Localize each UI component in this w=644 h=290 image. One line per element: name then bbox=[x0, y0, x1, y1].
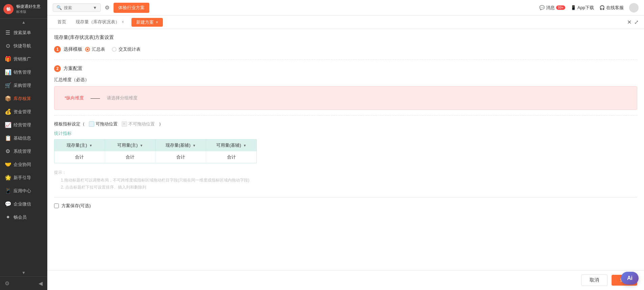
radio-cross-dot bbox=[112, 47, 117, 52]
tab-home[interactable]: 首页 bbox=[53, 16, 71, 29]
sidebar-item-label: 新手引导 bbox=[14, 175, 31, 181]
tip-item-0: 1.拖动标题栏可以调整布局，不可跨维度或指标区域拖动栏目字段(只能在同一维度或指… bbox=[54, 177, 637, 183]
sidebar-item-basic-info[interactable]: 📋 基础信息 bbox=[0, 131, 47, 145]
dimension-arrow: —— bbox=[91, 95, 100, 101]
topbar: 🔍 ▼ ⚙ 体验行业方案 💬 消息 99+ 📱 App下载 🎧 在线客服 bbox=[47, 0, 644, 16]
col-data-2: 合计 bbox=[156, 151, 206, 163]
service-label: 在线客服 bbox=[606, 5, 624, 11]
panel-close-icon[interactable]: ✕ bbox=[627, 19, 631, 25]
sidebar-item-app-center[interactable]: 📱 应用中心 bbox=[0, 184, 47, 197]
search-dropdown-icon[interactable]: ▼ bbox=[93, 5, 97, 10]
wechat-icon: 💬 bbox=[5, 201, 11, 207]
sidebar-scroll-up[interactable]: ▲ bbox=[0, 19, 47, 26]
content-inner: 现存量(库存状况表)方案设置 1 选择模板 汇总表 交叉统计表 bbox=[47, 29, 644, 270]
collapse-icon[interactable]: ◀ bbox=[39, 280, 43, 287]
step1-title: 选择模板 bbox=[64, 46, 82, 52]
sidebar-item-new-guide[interactable]: 🌟 新手引导 bbox=[0, 171, 47, 184]
search-menu-icon: ☰ bbox=[5, 29, 11, 36]
tab-new-close-icon[interactable]: × bbox=[156, 20, 158, 25]
tab-inventory[interactable]: 现存量（库存状况表） × bbox=[71, 16, 129, 29]
settings-icon[interactable]: ⚙ bbox=[5, 280, 9, 287]
industry-plan-button[interactable]: 体验行业方案 bbox=[114, 3, 149, 13]
close-paren: ） bbox=[159, 121, 163, 127]
radio-summary[interactable]: 汇总表 bbox=[85, 46, 105, 52]
col-header-2[interactable]: 现存量(基辅) ▼ bbox=[156, 140, 206, 151]
sidebar-item-label: 系统管理 bbox=[14, 148, 31, 154]
sidebar-item-marketing[interactable]: 🎁 营销推广 bbox=[0, 52, 47, 66]
col-header-3[interactable]: 可用量(基辅) ▼ bbox=[206, 140, 256, 151]
sidebar-item-label: 经营管理 bbox=[14, 122, 31, 128]
sidebar-item-vip[interactable]: ✦ 畅会员 bbox=[0, 211, 47, 224]
col-header-2-chevron[interactable]: ▼ bbox=[193, 144, 196, 147]
metrics-label-text: 模板指标设定（ bbox=[54, 121, 85, 127]
draggable-label: 可拖动位置 bbox=[96, 121, 118, 127]
sidebar-item-coop[interactable]: 🤝 企业协同 bbox=[0, 158, 47, 171]
sidebar-item-system[interactable]: ⚙ 系统管理 bbox=[0, 145, 47, 158]
dimension-required-text: *纵向维度 bbox=[65, 95, 84, 101]
message-label: 消息 bbox=[546, 5, 555, 11]
sidebar-scroll-down[interactable]: ▼ bbox=[0, 269, 47, 276]
sidebar-item-wechat[interactable]: 💬 企业微信 bbox=[0, 197, 47, 211]
col-header-1[interactable]: 可用量(主) ▼ bbox=[105, 140, 156, 151]
metrics-label-row: 模板指标设定（ 可拖动位置 不可拖动位置 ） bbox=[54, 121, 637, 127]
radio-cross-label: 交叉统计表 bbox=[119, 46, 141, 52]
sidebar-item-search-menu[interactable]: ☰ 搜索菜单 bbox=[0, 26, 47, 39]
online-service-button[interactable]: 🎧 在线客服 bbox=[599, 5, 624, 11]
col-header-3-label: 可用量(基辅) bbox=[216, 142, 241, 148]
user-avatar[interactable] bbox=[629, 3, 639, 13]
col-header-3-chevron[interactable]: ▼ bbox=[243, 144, 247, 147]
sidebar-item-label: 企业微信 bbox=[14, 201, 31, 207]
template-radio-group: 汇总表 交叉统计表 bbox=[85, 46, 141, 52]
sidebar-item-purchase[interactable]: 🛒 采购管理 bbox=[0, 79, 47, 92]
app-download-button[interactable]: 📱 App下载 bbox=[571, 5, 594, 11]
message-icon: 💬 bbox=[539, 5, 545, 10]
tab-new[interactable]: 新建方案 × bbox=[131, 18, 163, 27]
phone-icon: 📱 bbox=[571, 5, 576, 10]
sidebar: 畅 畅捷通好生意 标准版 ▲ ☰ 搜索菜单 ⊙ 快捷导航 🎁 营销推广 📊 销售… bbox=[0, 0, 47, 290]
col-data-0: 合计 bbox=[54, 151, 105, 163]
cancel-button[interactable]: 取消 bbox=[581, 274, 608, 286]
no-drag-indicator: 不可拖动位置 bbox=[122, 121, 155, 127]
system-icon: ⚙ bbox=[5, 148, 11, 154]
col-header-1-chevron[interactable]: ▼ bbox=[140, 144, 143, 147]
sidebar-item-finance[interactable]: 💰 资金管理 bbox=[0, 105, 47, 118]
sidebar-item-label: 企业协同 bbox=[14, 162, 31, 168]
search-input[interactable] bbox=[64, 5, 91, 10]
radio-summary-dot bbox=[85, 47, 90, 52]
sidebar-item-label: 库存核算 bbox=[14, 96, 31, 102]
quick-nav-icon: ⊙ bbox=[5, 43, 11, 49]
topbar-right: 💬 消息 99+ 📱 App下载 🎧 在线客服 bbox=[539, 3, 639, 13]
tab-new-label: 新建方案 bbox=[136, 19, 154, 25]
sidebar-nav: ☰ 搜索菜单 ⊙ 快捷导航 🎁 营销推广 📊 销售管理 🛒 采购管理 📦 库存核… bbox=[0, 26, 47, 269]
topbar-search-box[interactable]: 🔍 ▼ bbox=[53, 3, 101, 12]
col-header-0-label: 现存量(主) bbox=[67, 142, 87, 148]
sidebar-item-sales[interactable]: 📊 销售管理 bbox=[0, 66, 47, 79]
sidebar-item-inventory[interactable]: 📦 库存核算 bbox=[0, 92, 47, 105]
radio-summary-label: 汇总表 bbox=[92, 46, 105, 52]
save-checkbox[interactable] bbox=[54, 203, 59, 208]
logo-name: 畅捷通好生意 bbox=[16, 4, 41, 9]
message-badge: 99+ bbox=[556, 5, 565, 10]
step1-header: 1 选择模板 汇总表 交叉统计表 bbox=[54, 46, 637, 53]
search-icon: 🔍 bbox=[56, 5, 62, 10]
sidebar-logo: 畅 畅捷通好生意 标准版 bbox=[0, 0, 47, 19]
tab-bar: 首页 现存量（库存状况表） × 新建方案 × ✕ ⤢ bbox=[47, 16, 644, 29]
settings-gear-icon[interactable]: ⚙ bbox=[105, 4, 109, 11]
step1-badge: 1 bbox=[54, 46, 61, 53]
footer-bar: 取消 查询 bbox=[47, 270, 644, 290]
tab-inventory-close[interactable]: × bbox=[122, 20, 124, 24]
ai-float-button[interactable]: Ai bbox=[621, 272, 639, 285]
col-header-0-chevron[interactable]: ▼ bbox=[89, 144, 93, 147]
sidebar-item-operations[interactable]: 📈 经营管理 bbox=[0, 118, 47, 131]
step2-badge: 2 bbox=[54, 65, 61, 72]
panel-expand-icon[interactable]: ⤢ bbox=[634, 19, 639, 25]
logo-edition: 标准版 bbox=[16, 9, 41, 14]
message-button[interactable]: 💬 消息 99+ bbox=[539, 5, 565, 11]
radio-cross[interactable]: 交叉统计表 bbox=[112, 46, 141, 52]
dimension-placeholder[interactable]: 请选择分组维度 bbox=[107, 95, 138, 101]
save-label: 方案保存(可选) bbox=[61, 203, 91, 209]
col-data-3: 合计 bbox=[206, 151, 256, 163]
sidebar-item-quick-nav[interactable]: ⊙ 快捷导航 bbox=[0, 39, 47, 52]
step2-section: 2 方案配置 汇总维度（必选） *纵向维度 —— 请选择分组维度 模板指标设定（ bbox=[54, 65, 637, 190]
col-header-0[interactable]: 现存量(主) ▼ bbox=[54, 140, 105, 151]
